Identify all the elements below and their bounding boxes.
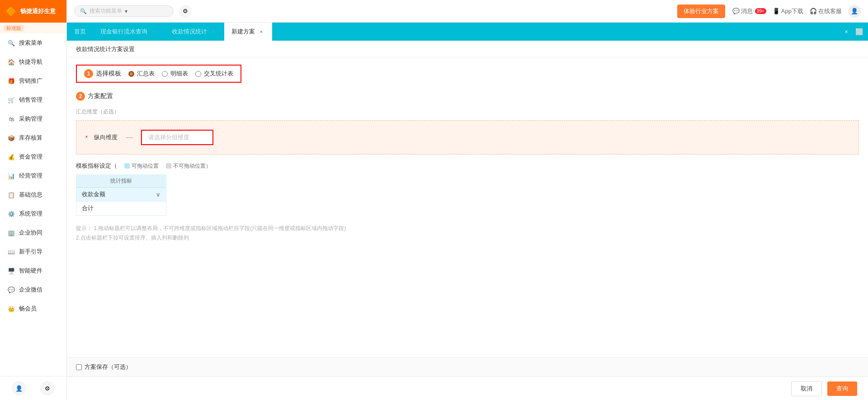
radio-crosstab-label: 交叉统计表 bbox=[204, 70, 233, 78]
user-avatar[interactable]: 👤 bbox=[848, 5, 861, 18]
dimension-area: * 纵向维度 — 请选择分组维度 bbox=[76, 120, 859, 155]
sidebar-item-basic-info[interactable]: 📋 基础信息 bbox=[0, 185, 66, 204]
radio-summary[interactable]: 汇总表 bbox=[128, 70, 155, 78]
sidebar-item-member[interactable]: 👑 畅会员 bbox=[0, 299, 66, 318]
sidebar-item-label: 系统管理 bbox=[19, 210, 42, 218]
cancel-button[interactable]: 取消 bbox=[791, 381, 822, 396]
sidebar-item-guide[interactable]: 📖 新手引导 bbox=[0, 242, 66, 261]
sidebar-item-label: 智能硬件 bbox=[19, 267, 42, 275]
sidebar-item-label: 畅会员 bbox=[19, 305, 37, 313]
draggable-label: 可拖动位置 bbox=[132, 162, 159, 170]
money-icon: 💰 bbox=[7, 153, 15, 161]
arrow-label: — bbox=[126, 133, 133, 141]
hint-2: 2.点击标题栏下拉可设置排序、插入列和删除列 bbox=[76, 234, 859, 242]
sidebar-item-finance[interactable]: 💰 资金管理 bbox=[0, 147, 66, 166]
sidebar-item-enterprise[interactable]: 🏢 企业协同 bbox=[0, 223, 66, 242]
tab-receipts-close[interactable]: × bbox=[210, 28, 217, 35]
radio-crosstab-input[interactable] bbox=[195, 71, 201, 77]
sidebar-item-inventory[interactable]: 📦 库存核算 bbox=[0, 128, 66, 147]
section1-number: 1 bbox=[84, 69, 93, 78]
topbar-settings-icon[interactable]: ⚙ bbox=[179, 5, 192, 18]
query-button[interactable]: 查询 bbox=[827, 381, 857, 396]
radio-detail-input[interactable] bbox=[162, 71, 168, 77]
non-draggable-label: 不可拖动位置） bbox=[173, 162, 211, 170]
section1-header: 1 选择模板 汇总表 明细表 交叉统计表 bbox=[76, 65, 859, 83]
non-draggable-dot bbox=[166, 163, 171, 169]
radio-detail[interactable]: 明细表 bbox=[162, 70, 188, 78]
tab-receipts-label: 收款情况统计 bbox=[172, 28, 207, 36]
topbar-search-bar[interactable]: 🔍 搜索功能菜单 ▾ bbox=[74, 5, 174, 17]
tab-new-plan-close[interactable]: × bbox=[258, 28, 265, 35]
topbar-search-text: 搜索功能菜单 bbox=[90, 7, 122, 15]
bottom-save: 方案保存（可选） bbox=[67, 357, 868, 376]
metrics-section: 模板指标设定（ 可拖动位置 不可拖动位置） 统计指标 bbox=[76, 162, 859, 216]
sidebar-settings[interactable]: ⚙ bbox=[40, 381, 55, 395]
home-icon: 🏠 bbox=[7, 58, 15, 66]
save-checkbox-label[interactable]: 方案保存（可选） bbox=[76, 363, 132, 371]
tab-home[interactable]: 首页 bbox=[67, 23, 93, 41]
metrics-row1: 合计 bbox=[76, 202, 166, 215]
search-icon: 🔍 bbox=[7, 39, 15, 47]
tab-cash-flow[interactable]: 现金银行流水查询 × bbox=[93, 23, 165, 41]
sidebar-item-marketing[interactable]: 🎁 营销推广 bbox=[0, 71, 66, 90]
metrics-table: 统计指标 收款金额 ∨ 合计 bbox=[76, 174, 166, 216]
sidebar-item-label: 营销推广 bbox=[19, 77, 42, 85]
sidebar-item-label: 基础信息 bbox=[19, 191, 42, 199]
maximize-action[interactable]: ⬜ bbox=[854, 26, 864, 37]
vertical-label: 纵向维度 bbox=[94, 133, 118, 141]
tab-home-label: 首页 bbox=[74, 28, 86, 36]
chevron-down-icon: ∨ bbox=[156, 191, 160, 198]
sidebar-item-wechat[interactable]: 💬 企业微信 bbox=[0, 280, 66, 299]
sidebar-item-purchase[interactable]: 🛍 采购管理 bbox=[0, 109, 66, 128]
sidebar-item-sales[interactable]: 🛒 销售管理 bbox=[0, 90, 66, 109]
dropdown-arrow[interactable]: ▾ bbox=[125, 8, 127, 14]
page-content: 收款情况统计方案设置 1 选择模板 汇总表 bbox=[67, 41, 868, 400]
gift-icon: 🎁 bbox=[7, 77, 15, 85]
sidebar-bottom: 👤 ⚙ bbox=[0, 376, 66, 400]
close-tab-action[interactable]: × bbox=[841, 26, 852, 37]
message-badge: 99+ bbox=[755, 8, 766, 14]
sidebar-item-hardware[interactable]: 🖥️ 智能硬件 bbox=[0, 261, 66, 280]
dimension-input[interactable]: 请选择分组维度 bbox=[141, 130, 213, 145]
metrics-group-header: 统计指标 bbox=[76, 175, 166, 188]
sidebar-item-label: 库存核算 bbox=[19, 134, 42, 142]
search-icon: 🔍 bbox=[80, 8, 87, 14]
app-download-link[interactable]: 📱 App下载 bbox=[773, 7, 803, 15]
save-checkbox[interactable] bbox=[76, 364, 82, 370]
guide-icon: 📖 bbox=[7, 248, 15, 256]
industry-btn[interactable]: 体验行业方案 bbox=[677, 5, 725, 18]
message-label: 消息 bbox=[741, 7, 753, 15]
company-icon: 🏢 bbox=[7, 229, 15, 237]
sidebar-item-operations[interactable]: 📊 经营管理 bbox=[0, 166, 66, 185]
main-area: 🔍 搜索功能菜单 ▾ ⚙ 体验行业方案 💬 消息 99+ 📱 App下载 🎧 在… bbox=[67, 0, 868, 400]
app-icon: 📱 bbox=[773, 8, 780, 14]
radio-summary-input[interactable] bbox=[128, 71, 134, 77]
tab-cash-flow-label: 现金银行流水查询 bbox=[100, 28, 147, 36]
sidebar-item-label: 经营管理 bbox=[19, 172, 42, 180]
logo-badge: 标准版 bbox=[4, 25, 24, 31]
sidebar-item-label: 快捷导航 bbox=[19, 58, 42, 66]
sidebar-item-search[interactable]: 🔍 搜索菜单 bbox=[0, 33, 66, 52]
sidebar-item-nav[interactable]: 🏠 快捷导航 bbox=[0, 52, 66, 71]
sidebar-item-label: 资金管理 bbox=[19, 153, 42, 161]
box-icon: 📦 bbox=[7, 134, 15, 142]
sidebar-logo: 🔶 畅捷通好生意 bbox=[0, 0, 66, 23]
message-icon-group[interactable]: 💬 消息 99+ bbox=[732, 7, 766, 15]
sidebar-item-label: 采购管理 bbox=[19, 115, 42, 123]
radio-crosstab[interactable]: 交叉统计表 bbox=[195, 70, 233, 78]
required-star: * bbox=[85, 134, 88, 141]
member-icon: 👑 bbox=[7, 305, 15, 313]
section2-title: 方案配置 bbox=[88, 92, 113, 100]
tab-receipts[interactable]: 收款情况统计 × bbox=[165, 23, 224, 41]
section1-title: 选择模板 bbox=[96, 70, 121, 78]
hints: 提示： 1.拖动标题栏可以调整布局，不可跨维度或指标区域拖动栏目字段(只能在同一… bbox=[76, 225, 859, 242]
section-template: 1 选择模板 汇总表 明细表 交叉统计表 bbox=[76, 65, 859, 83]
tab-cash-flow-close[interactable]: × bbox=[150, 28, 157, 35]
online-service-link[interactable]: 🎧 在线客服 bbox=[810, 7, 842, 15]
sidebar-item-system[interactable]: ⚙️ 系统管理 bbox=[0, 204, 66, 223]
tab-new-plan[interactable]: 新建方案 × bbox=[224, 23, 272, 41]
sidebar-avatar[interactable]: 👤 bbox=[12, 381, 26, 395]
legend-non-draggable: 不可拖动位置） bbox=[166, 162, 211, 170]
metrics-col1-header[interactable]: 收款金额 ∨ bbox=[76, 188, 166, 202]
dimension-subtitle: 汇总维度（必选） bbox=[76, 108, 859, 116]
